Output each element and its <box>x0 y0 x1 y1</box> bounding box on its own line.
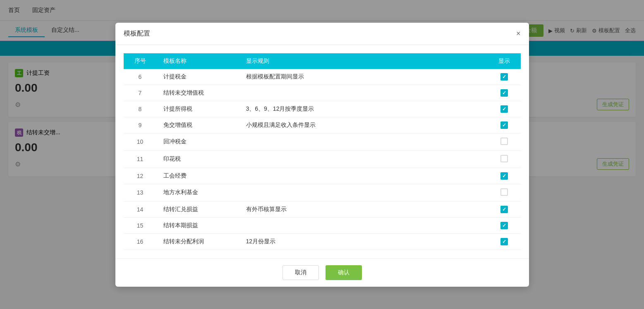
row-rule-9: 小规模且满足收入条件显示 <box>239 117 488 133</box>
row-check-cell-14 <box>488 201 521 217</box>
checkbox-6[interactable] <box>500 73 508 81</box>
table-row: 11印花税 <box>124 150 521 168</box>
table-row: 7结转未交增值税 <box>124 85 521 101</box>
row-name-13: 地方水利基金 <box>157 184 239 201</box>
col-header-name: 模板名称 <box>157 53 239 69</box>
modal-header: 模板配置 × <box>115 23 529 45</box>
row-id-8: 8 <box>124 101 157 117</box>
row-rule-14: 有外币核算显示 <box>239 201 488 217</box>
row-check-cell-10 <box>488 133 521 150</box>
row-check-cell-11 <box>488 150 521 168</box>
table-row: 16结转未分配利润12月份显示 <box>124 233 521 250</box>
row-id-14: 14 <box>124 201 157 217</box>
config-table: 序号 模板名称 显示规则 显示 6计提税金根据模板配置期间显示7结转未交增值税8… <box>124 53 521 250</box>
checkbox-11[interactable] <box>500 155 508 162</box>
row-name-6: 计提税金 <box>157 69 239 85</box>
row-name-12: 工会经费 <box>157 168 239 184</box>
modal-overlay: 模板配置 × 序号 模板名称 显示规则 显示 6计提税金根据模板配置期间显示7结… <box>0 0 644 309</box>
row-check-cell-7 <box>488 85 521 101</box>
col-header-rule: 显示规则 <box>239 53 488 69</box>
col-header-display: 显示 <box>488 53 521 69</box>
row-id-16: 16 <box>124 233 157 250</box>
row-rule-11 <box>239 150 488 168</box>
checkbox-16[interactable] <box>500 238 508 245</box>
table-row: 12工会经费 <box>124 168 521 184</box>
row-name-8: 计提所得税 <box>157 101 239 117</box>
table-row: 9免交增值税小规模且满足收入条件显示 <box>124 117 521 133</box>
table-row: 8计提所得税3、6、9、12月按季度显示 <box>124 101 521 117</box>
row-name-10: 回冲税金 <box>157 133 239 150</box>
row-rule-7 <box>239 85 488 101</box>
row-check-cell-6 <box>488 69 521 85</box>
row-check-cell-15 <box>488 217 521 233</box>
checkbox-8[interactable] <box>500 105 508 113</box>
row-id-7: 7 <box>124 85 157 101</box>
col-header-id: 序号 <box>124 53 157 69</box>
row-rule-12 <box>239 168 488 184</box>
checkbox-15[interactable] <box>500 222 508 229</box>
row-check-cell-16 <box>488 233 521 250</box>
checkbox-12[interactable] <box>500 172 508 180</box>
row-name-14: 结转汇兑损益 <box>157 201 239 217</box>
checkbox-9[interactable] <box>500 121 508 129</box>
table-row: 13地方水利基金 <box>124 184 521 201</box>
table-row: 15结转本期损益 <box>124 217 521 233</box>
modal-title: 模板配置 <box>124 29 150 38</box>
row-check-cell-8 <box>488 101 521 117</box>
row-rule-13 <box>239 184 488 201</box>
modal-footer: 取消 确认 <box>115 258 529 287</box>
table-row: 6计提税金根据模板配置期间显示 <box>124 69 521 85</box>
row-rule-10 <box>239 133 488 150</box>
row-check-cell-12 <box>488 168 521 184</box>
row-rule-8: 3、6、9、12月按季度显示 <box>239 101 488 117</box>
checkbox-7[interactable] <box>500 89 508 97</box>
template-config-modal: 模板配置 × 序号 模板名称 显示规则 显示 6计提税金根据模板配置期间显示7结… <box>115 23 529 287</box>
row-name-7: 结转未交增值税 <box>157 85 239 101</box>
row-name-11: 印花税 <box>157 150 239 168</box>
row-id-6: 6 <box>124 69 157 85</box>
modal-body: 序号 模板名称 显示规则 显示 6计提税金根据模板配置期间显示7结转未交增值税8… <box>115 45 529 258</box>
row-check-cell-13 <box>488 184 521 201</box>
row-name-9: 免交增值税 <box>157 117 239 133</box>
table-row: 14结转汇兑损益有外币核算显示 <box>124 201 521 217</box>
checkbox-13[interactable] <box>500 188 508 196</box>
row-rule-16: 12月份显示 <box>239 233 488 250</box>
row-id-15: 15 <box>124 217 157 233</box>
row-rule-6: 根据模板配置期间显示 <box>239 69 488 85</box>
row-id-10: 10 <box>124 133 157 150</box>
row-id-9: 9 <box>124 117 157 133</box>
modal-close-button[interactable]: × <box>516 29 521 38</box>
row-rule-15 <box>239 217 488 233</box>
table-header-row: 序号 模板名称 显示规则 显示 <box>124 53 521 69</box>
row-id-13: 13 <box>124 184 157 201</box>
row-check-cell-9 <box>488 117 521 133</box>
checkbox-10[interactable] <box>500 138 508 145</box>
row-id-12: 12 <box>124 168 157 184</box>
row-name-15: 结转本期损益 <box>157 217 239 233</box>
confirm-button[interactable]: 确认 <box>326 265 362 280</box>
cancel-button[interactable]: 取消 <box>282 265 319 280</box>
row-name-16: 结转未分配利润 <box>157 233 239 250</box>
table-row: 10回冲税金 <box>124 133 521 150</box>
row-id-11: 11 <box>124 150 157 168</box>
checkbox-14[interactable] <box>500 206 508 213</box>
